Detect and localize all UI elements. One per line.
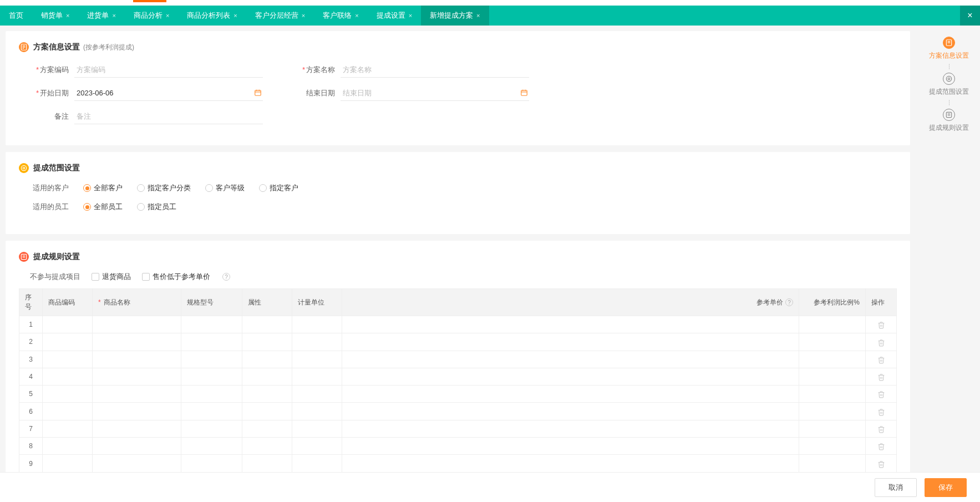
tab-close-icon[interactable]: × (66, 12, 69, 19)
tab-close-icon[interactable]: × (233, 12, 237, 19)
delete-icon[interactable] (877, 459, 885, 468)
tab-客户联络[interactable]: 客户联络× (314, 6, 367, 26)
tab-label: 销货单 (41, 11, 63, 21)
delete-icon[interactable] (877, 442, 885, 450)
anchor-step-1[interactable]: 提成范围设置 (929, 73, 969, 97)
cancel-button[interactable]: 取消 (875, 478, 917, 497)
step-icon (943, 37, 955, 49)
radio-label: 全部员工 (94, 202, 123, 212)
tab-进货单[interactable]: 进货单× (78, 6, 124, 26)
step-connector (949, 100, 949, 105)
tab-首页[interactable]: 首页 (0, 6, 32, 26)
table-row[interactable]: 9 (19, 455, 897, 472)
tab-label: 新增提成方案 (430, 11, 473, 21)
help-icon[interactable]: ? (222, 273, 230, 281)
customer-radio-客户等级[interactable]: 客户等级 (205, 183, 245, 193)
table-row[interactable]: 4 (19, 368, 897, 385)
section-icon (19, 252, 29, 262)
tab-商品分析[interactable]: 商品分析× (125, 6, 178, 26)
row-index: 1 (19, 316, 43, 333)
delete-icon[interactable] (877, 407, 885, 415)
table-row[interactable]: 6 (19, 403, 897, 420)
row-index: 3 (19, 351, 43, 368)
delete-icon[interactable] (877, 372, 885, 381)
tab-close-icon[interactable]: × (355, 12, 358, 19)
tab-客户分层经营[interactable]: 客户分层经营× (246, 6, 314, 26)
table-row[interactable]: 3 (19, 351, 897, 368)
anchor-side-nav: 方案信息设置提成范围设置提成规则设置 (918, 26, 980, 502)
anchor-step-2[interactable]: 提成规则设置 (929, 109, 969, 133)
col-商品名称: * 商品名称 (93, 289, 181, 316)
step-label: 提成规则设置 (929, 123, 969, 133)
exclude-checkbox-1[interactable]: 售价低于参考单价 (142, 272, 210, 282)
tab-提成设置[interactable]: 提成设置× (368, 6, 421, 26)
end-date-label: 结束日期 (306, 89, 335, 97)
anchor-step-0[interactable]: 方案信息设置 (929, 37, 969, 60)
row-index: 7 (19, 420, 43, 437)
customer-radio-指定客户分类[interactable]: 指定客户分类 (137, 183, 191, 193)
rules-table: 序号商品编码* 商品名称规格型号属性计量单位参考单价?参考利润比例%操作 123… (19, 288, 897, 490)
tab-label: 首页 (9, 11, 23, 21)
checkbox-label: 退货商品 (102, 272, 131, 282)
radio-dot-icon (137, 203, 145, 211)
tab-商品分析列表[interactable]: 商品分析列表× (178, 6, 246, 26)
table-row[interactable]: 7 (19, 420, 897, 437)
svg-point-21 (948, 78, 950, 80)
table-row[interactable]: 8 (19, 438, 897, 455)
employee-radio-全部员工[interactable]: 全部员工 (83, 202, 123, 212)
step-icon (943, 73, 955, 85)
tab-label: 商品分析 (134, 11, 163, 21)
end-date-input[interactable] (341, 85, 529, 101)
section-plan-info: 方案信息设置 (按参考利润提成) *方案编码 *方案名称 *开始日期 (6, 31, 910, 145)
delete-icon[interactable] (877, 424, 885, 433)
radio-label: 指定客户 (270, 183, 298, 193)
svg-point-13 (23, 167, 25, 169)
tab-close-icon[interactable]: × (476, 12, 480, 19)
delete-icon[interactable] (877, 355, 885, 364)
tab-close-icon[interactable]: × (112, 12, 115, 19)
row-index: 5 (19, 386, 43, 403)
help-icon[interactable]: ? (785, 298, 793, 306)
table-row[interactable]: 1 (19, 316, 897, 333)
radio-label: 指定员工 (148, 202, 176, 212)
plan-code-input[interactable] (74, 62, 263, 78)
delete-icon[interactable] (877, 337, 885, 346)
start-date-input[interactable] (74, 85, 263, 101)
tab-新增提成方案[interactable]: 新增提成方案× (421, 6, 489, 26)
table-row[interactable]: 2 (19, 333, 897, 351)
customer-radio-group: 适用的客户 全部客户指定客户分类客户等级指定客户 (19, 183, 897, 193)
customer-radio-指定客户[interactable]: 指定客户 (259, 183, 298, 193)
svg-point-12 (21, 165, 26, 170)
main-tabs-bar: 首页销货单×进货单×商品分析×商品分析列表×客户分层经营×客户联络×提成设置×新… (0, 6, 980, 26)
step-icon (943, 109, 955, 121)
step-connector (949, 64, 949, 69)
col-操作: 操作 (866, 289, 897, 316)
col-计量单位: 计量单位 (292, 289, 342, 316)
radio-label: 全部客户 (94, 183, 123, 193)
close-all-tabs-button[interactable]: × (960, 6, 980, 26)
tab-销货单[interactable]: 销货单× (32, 6, 78, 26)
employee-radio-group: 适用的员工 全部员工指定员工 (19, 202, 897, 212)
delete-icon[interactable] (877, 320, 885, 329)
plan-name-input[interactable] (341, 62, 529, 78)
svg-point-20 (946, 76, 951, 81)
table-row[interactable]: 5 (19, 386, 897, 403)
exclude-checkbox-0[interactable]: 退货商品 (92, 272, 131, 282)
customer-radio-全部客户[interactable]: 全部客户 (83, 183, 123, 193)
start-date-label: 开始日期 (40, 89, 69, 97)
step-label: 方案信息设置 (929, 51, 969, 60)
section-icon (19, 42, 29, 52)
tab-close-icon[interactable]: × (409, 12, 412, 19)
section-commission-scope: 提成范围设置 适用的客户 全部客户指定客户分类客户等级指定客户 适用的员工 全部… (6, 152, 910, 234)
customer-group-label: 适用的客户 (30, 183, 69, 193)
employee-radio-指定员工[interactable]: 指定员工 (137, 202, 176, 212)
tab-close-icon[interactable]: × (166, 12, 169, 19)
remark-input[interactable] (74, 109, 263, 124)
plan-name-label: 方案名称 (306, 65, 335, 74)
radio-dot-icon (83, 184, 91, 192)
delete-icon[interactable] (877, 389, 885, 398)
tab-label: 商品分析列表 (187, 11, 230, 21)
save-button[interactable]: 保存 (925, 478, 967, 497)
radio-dot-icon (83, 203, 91, 211)
tab-close-icon[interactable]: × (302, 12, 305, 19)
